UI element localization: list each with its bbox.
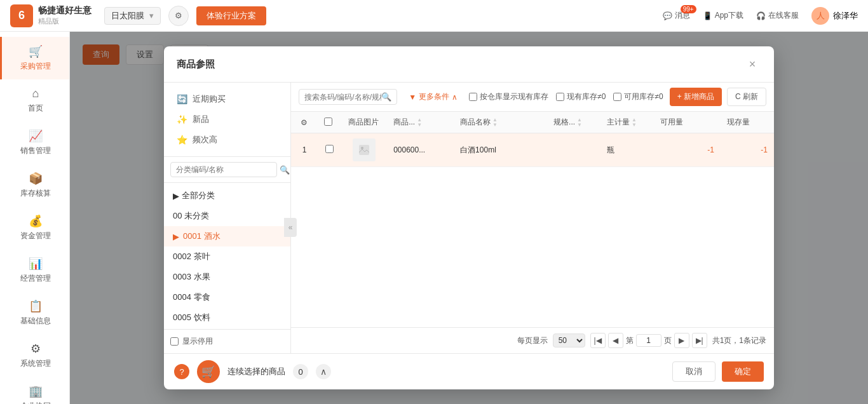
tab-recent-label: 近期购买 — [193, 93, 226, 105]
page-input[interactable] — [636, 334, 661, 347]
col-header-code[interactable]: 商品... ▲▼ — [387, 112, 454, 133]
help-icon-btn[interactable]: ? — [174, 364, 189, 379]
product-search-icon[interactable]: 🔍 — [381, 92, 391, 102]
footer-collapse-btn[interactable]: ∧ — [316, 364, 331, 379]
page-size-label: 每页显示 — [517, 335, 548, 346]
left-tabs: 🔄 近期购买 ✨ 新品 ⭐ 频次高 — [164, 83, 290, 157]
category-search-input[interactable] — [170, 162, 277, 177]
page-label: 第 — [626, 335, 634, 346]
page-size-select[interactable]: 50 20 100 — [553, 333, 585, 347]
logo-text: 畅捷通好生意 精品版 — [38, 5, 92, 26]
sidebar-item-basic[interactable]: 📋 基础信息 — [0, 292, 69, 334]
inventory-icon: 📦 — [29, 172, 43, 185]
dialog-close-button[interactable]: × — [743, 55, 761, 73]
category-0005-label: 0005 饮料 — [173, 312, 210, 323]
col-header-check — [318, 112, 342, 133]
add-product-button[interactable]: + 新增商品 — [670, 88, 722, 106]
trial-button[interactable]: 体验行业方案 — [196, 6, 266, 25]
online-service-btn[interactable]: 🎧 在线客服 — [756, 10, 799, 21]
row-code: 000600... — [387, 133, 454, 167]
category-0003[interactable]: 0003 水果 — [164, 267, 290, 287]
tab-recent[interactable]: 🔄 近期购买 — [170, 89, 284, 109]
frequent-icon: ⭐ — [177, 135, 187, 145]
sidebar-item-label-inventory: 库存核算 — [20, 188, 51, 199]
store-selector[interactable]: 日太阳膜 ▾ — [104, 7, 161, 25]
settings-col-icon[interactable]: ⚙ — [301, 118, 308, 127]
show-disabled-row: 显示停用 — [164, 329, 290, 353]
row-select-checkbox[interactable] — [325, 145, 334, 153]
product-table-area: ⚙ 商品图片 — [291, 112, 774, 327]
first-page-btn[interactable]: |◀ — [590, 333, 606, 348]
navbar: 6 畅捷通好生意 精品版 日太阳膜 ▾ ⚙ 体验行业方案 💬 消息 99+ 📱 … — [0, 0, 868, 32]
message-btn[interactable]: 💬 消息 99+ — [663, 10, 690, 21]
category-0002[interactable]: 0002 茶叶 — [164, 246, 290, 267]
category-all[interactable]: ▶ 全部分类 — [164, 185, 290, 206]
dialog-title: 商品参照 — [177, 58, 215, 71]
sidebar-item-sales[interactable]: 📈 销售管理 — [0, 121, 69, 164]
navbar-right: 💬 消息 99+ 📱 App下载 🎧 在线客服 人 徐泽华 — [663, 7, 858, 25]
warehouse-filter-text: 按仓库显示现有库存 — [480, 91, 548, 102]
available-ne0-checkbox[interactable] — [613, 93, 621, 101]
selected-label: 连续选择的商品 — [227, 366, 285, 377]
show-disabled-label: 显示停用 — [182, 336, 213, 347]
sidebar-item-enterprise[interactable]: 🏢 企业协同 — [0, 377, 69, 404]
prev-page-btn[interactable]: ◀ — [608, 333, 623, 348]
confirm-button[interactable]: 确定 — [722, 361, 764, 382]
app-download-btn[interactable]: 📱 App下载 — [703, 10, 743, 21]
category-0001[interactable]: ▶ 0001 酒水 — [164, 226, 290, 246]
all-expand-arrow-icon: ▶ — [173, 191, 179, 201]
pagination-bar: 每页显示 50 20 100 |◀ ◀ 第 页 — [291, 327, 774, 353]
footer-right: 取消 确定 — [672, 361, 764, 382]
recent-icon: 🔄 — [177, 94, 187, 104]
category-search-icon[interactable]: 🔍 — [280, 165, 290, 175]
sidebar-item-system[interactable]: ⚙ 系统管理 — [0, 334, 69, 377]
brand-name: 畅捷通好生意 — [38, 5, 92, 17]
user-info[interactable]: 人 徐泽华 — [811, 7, 858, 25]
refresh-button[interactable]: C 刷新 — [727, 88, 766, 106]
category-0005[interactable]: 0005 饮料 — [164, 307, 290, 328]
sidebar-item-finance[interactable]: 💰 资金管理 — [0, 206, 69, 249]
system-icon: ⚙ — [31, 342, 41, 356]
stock-ne0-checkbox[interactable] — [556, 93, 564, 101]
category-0004[interactable]: 0004 零食 — [164, 287, 290, 307]
warehouse-filter-label[interactable]: 按仓库显示现有库存 — [469, 91, 548, 102]
row-unit: 瓶 — [600, 133, 654, 167]
sidebar-item-operations[interactable]: 📊 经营管理 — [0, 249, 69, 292]
select-all-checkbox[interactable] — [324, 118, 332, 126]
category-all-label: 全部分类 — [182, 190, 215, 201]
settings-icon[interactable]: ⚙ — [168, 6, 189, 26]
tab-frequent[interactable]: ⭐ 频次高 — [170, 130, 284, 150]
sidebar-item-home[interactable]: ⌂ 首页 — [0, 79, 69, 121]
table-row[interactable]: 1 — [291, 133, 774, 167]
available-ne0-label[interactable]: 可用库存≠0 — [613, 91, 663, 102]
stock-ne0-label[interactable]: 现有库存≠0 — [556, 91, 606, 102]
tab-new[interactable]: ✨ 新品 — [170, 109, 284, 130]
store-name: 日太阳膜 — [111, 10, 144, 22]
warehouse-filter-checkbox[interactable] — [469, 93, 477, 101]
dialog-footer: ? 🛒 连续选择的商品 0 ∧ 取消 确定 — [164, 353, 774, 389]
product-image — [353, 138, 376, 161]
category-search-row: 🔍 — [164, 157, 290, 183]
svg-rect-0 — [359, 145, 369, 155]
next-page-btn[interactable]: ▶ — [674, 333, 689, 348]
sidebar-item-inventory[interactable]: 📦 库存核算 — [0, 164, 69, 206]
col-header-spec[interactable]: 规格... ▲▼ — [547, 112, 600, 133]
show-disabled-checkbox[interactable] — [170, 337, 179, 346]
edition-label: 精品版 — [38, 17, 92, 26]
selected-count: 0 — [293, 364, 308, 379]
cart-icon-btn[interactable]: 🛒 — [197, 360, 220, 383]
finance-icon: 💰 — [29, 214, 43, 228]
col-header-unit[interactable]: 主计量 ▲▼ — [600, 112, 654, 133]
col-header-name[interactable]: 商品名称 ▲▼ — [454, 112, 547, 133]
category-00[interactable]: 00 未分类 — [164, 206, 290, 226]
content-area: 查询 设置 刷新 商品参照 × — [70, 32, 868, 404]
product-search-input[interactable] — [304, 93, 381, 102]
product-reference-dialog: 商品参照 × 🔄 近期购买 ✨ 新 — [164, 46, 774, 389]
row-checkbox-cell — [318, 133, 342, 167]
left-panel: 🔄 近期购买 ✨ 新品 ⭐ 频次高 — [164, 83, 291, 353]
sidebar-item-purchase[interactable]: 🛒 采购管理 — [0, 37, 69, 79]
last-page-btn[interactable]: ▶| — [692, 333, 707, 348]
filter-arrow-icon: ∧ — [452, 93, 458, 102]
more-filter-btn[interactable]: ▼ 更多条件 ∧ — [403, 89, 463, 105]
cancel-button[interactable]: 取消 — [672, 361, 715, 382]
